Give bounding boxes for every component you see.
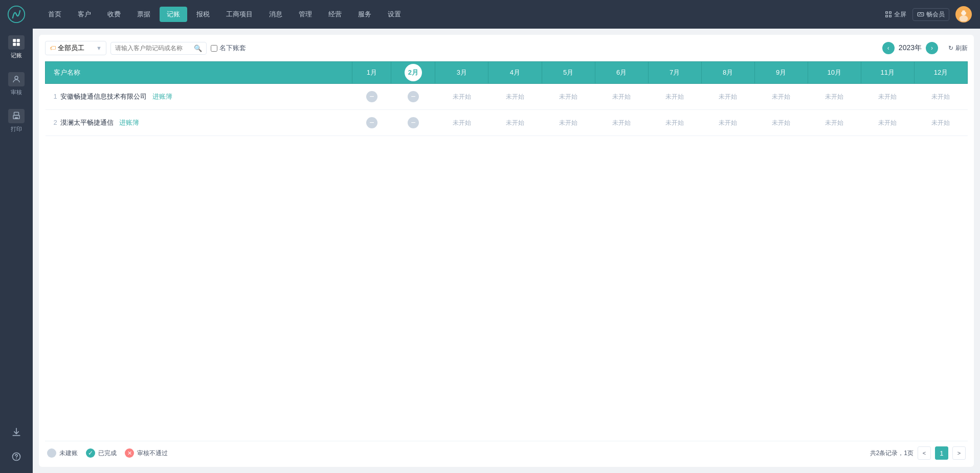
status-not-started: 未开始 [665,119,684,126]
enter-account-link[interactable]: 进账簿 [119,119,139,126]
month-cell: 未开始 [488,110,542,136]
sidebar-item-accounting-label: 记账 [11,52,22,59]
month-cell: 未开始 [648,84,701,110]
total-records: 共2条记录，1页 [870,449,914,458]
row-num: 1 [54,93,57,100]
my-accounts-check[interactable] [211,45,217,52]
sidebar: 记账 审核 打印 [0,0,33,473]
month-cell: 未开始 [861,110,914,136]
month-cell: 未开始 [701,110,754,136]
nav-fees[interactable]: 收费 [100,7,128,22]
nav-manage[interactable]: 管理 [292,7,319,22]
legend-not-created: 未建账 [47,448,78,458]
footer: 未建账 ✓ 已完成 ✕ 审核不通过 共2条记录，1页 < 1 > [45,441,968,461]
status-not-started: 未开始 [506,93,524,100]
nav-service[interactable]: 服务 [351,7,378,22]
nav-messages[interactable]: 消息 [262,7,289,22]
month-cell: − [352,110,391,136]
legend-dot-teal: ✓ [86,448,95,458]
status-not-started: 未开始 [506,119,524,126]
month-cell: 未开始 [435,110,488,136]
sidebar-help-btn[interactable] [6,446,27,467]
col-header-may: 5月 [542,62,595,84]
month-cell: 未开始 [808,84,861,110]
sidebar-item-accounting[interactable]: 记账 [0,29,33,65]
status-not-created: − [408,117,419,128]
month-cell: 未开始 [648,110,701,136]
prev-year-button[interactable]: ‹ [882,42,895,54]
col-header-aug: 8月 [701,62,754,84]
fullscreen-button[interactable]: 全屏 [885,10,906,19]
month-cell: − [391,84,435,110]
nav-operation[interactable]: 经营 [321,7,349,22]
audit-icon [8,72,25,86]
vip-button[interactable]: 畅会员 [912,8,949,21]
svg-rect-8 [15,117,18,119]
status-not-started: 未开始 [612,93,631,100]
page-area: 🏷 全部员工 ▼ 🔍 名下账套 ‹ 2023年 › [33,29,980,473]
legend-dot-grey [47,448,56,458]
accounting-icon [8,35,25,50]
my-accounts-checkbox[interactable]: 名下账套 [211,43,246,53]
page-1-btn[interactable]: 1 [935,446,948,460]
col-header-oct: 10月 [808,62,861,84]
refresh-icon: ↻ [948,44,953,52]
nav-tax[interactable]: 报税 [189,7,217,22]
sidebar-item-audit-label: 审核 [11,88,22,96]
nav-bills[interactable]: 票据 [130,7,158,22]
enter-account-link[interactable]: 进账簿 [152,93,172,100]
nav-accounting[interactable]: 记账 [160,7,187,22]
employee-label: 全部员工 [58,43,84,53]
legend-completed: ✓ 已完成 [86,448,117,458]
employee-tag-icon: 🏷 [50,44,56,52]
col-header-apr: 4月 [488,62,542,84]
month-cell: 未开始 [595,110,648,136]
sidebar-item-audit[interactable]: 审核 [0,65,33,102]
search-box: 🔍 [110,42,207,55]
status-not-started: 未开始 [772,93,790,100]
status-not-started: 未开始 [665,93,684,100]
svg-point-16 [965,11,967,12]
nav-settings[interactable]: 设置 [381,7,408,22]
col-header-nov: 11月 [861,62,914,84]
col-header-mar: 3月 [435,62,488,84]
sidebar-logo [0,0,33,29]
month-cell: − [352,84,391,110]
nav-customer[interactable]: 客户 [71,7,98,22]
search-input[interactable] [115,44,192,52]
nav-business[interactable]: 工商项目 [219,7,260,22]
next-year-button[interactable]: › [926,42,938,54]
employee-select[interactable]: 🏷 全部员工 ▼ [45,41,106,55]
sidebar-download-btn[interactable] [6,422,27,442]
status-not-started: 未开始 [612,119,631,126]
svg-point-15 [961,11,962,12]
top-nav: 首页 客户 收费 票据 记账 报税 工商项目 消息 管理 经营 服务 设置 全屏… [33,0,980,29]
search-icon[interactable]: 🔍 [194,44,202,52]
row-num: 2 [54,119,57,126]
svg-rect-2 [17,39,20,42]
client-name: 漠澜太平畅捷通信 [60,119,114,126]
status-not-started: 未开始 [825,119,843,126]
sidebar-item-print[interactable]: 打印 [0,102,33,139]
next-page-btn[interactable]: > [952,446,966,460]
main-wrapper: 首页 客户 收费 票据 记账 报税 工商项目 消息 管理 经营 服务 设置 全屏… [33,0,980,473]
month-cell: 未开始 [542,84,595,110]
month-cell: 未开始 [914,84,967,110]
month-cell: 未开始 [488,84,542,110]
col-header-jul: 7月 [648,62,701,84]
status-not-started: 未开始 [931,93,950,100]
sidebar-item-print-label: 打印 [11,125,22,133]
svg-rect-4 [17,42,20,46]
status-not-started: 未开始 [825,93,843,100]
client-name: 安徽畅捷通信息技术有限公司 [60,93,147,100]
toolbar: 🏷 全部员工 ▼ 🔍 名下账套 ‹ 2023年 › [45,41,968,55]
svg-rect-3 [13,42,16,46]
status-not-started: 未开始 [559,93,577,100]
prev-page-btn[interactable]: < [918,446,931,460]
sidebar-bottom [6,422,27,473]
content-card: 🏷 全部员工 ▼ 🔍 名下账套 ‹ 2023年 › [39,35,974,467]
user-avatar[interactable] [955,6,972,22]
table-row: 2漠澜太平畅捷通信 进账簿−−未开始未开始未开始未开始未开始未开始未开始未开始未… [46,110,968,136]
nav-home[interactable]: 首页 [41,7,69,22]
refresh-button[interactable]: ↻ 刷新 [948,44,968,53]
